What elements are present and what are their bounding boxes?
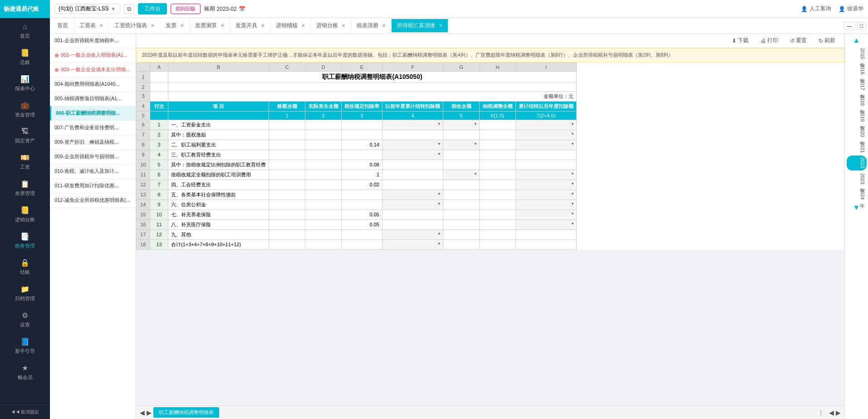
tab-payroll-close[interactable]: ✕ bbox=[99, 23, 103, 28]
c1-11[interactable] bbox=[269, 170, 305, 180]
c2-15[interactable] bbox=[305, 210, 342, 219]
company-selector[interactable]: (勾划) 江西般宝-LSS ▼ bbox=[54, 4, 120, 14]
c5-7[interactable] bbox=[443, 130, 480, 140]
sidebar-item-report[interactable]: 📊 报表中心 bbox=[0, 70, 50, 97]
copy-button[interactable]: ⧉ bbox=[124, 4, 134, 14]
year-2021[interactable]: 2021年 bbox=[847, 140, 867, 155]
c4-11[interactable] bbox=[383, 170, 443, 180]
user-service-btn[interactable]: 👤 人工客询 bbox=[801, 5, 831, 13]
c3-9[interactable] bbox=[342, 150, 383, 160]
c6-9[interactable] bbox=[480, 150, 516, 160]
c5-13[interactable] bbox=[443, 190, 480, 200]
tab-payroll-stat[interactable]: 工资统计报表 ✕ bbox=[109, 19, 160, 32]
c3-17[interactable] bbox=[342, 229, 383, 239]
c4-16[interactable] bbox=[383, 219, 443, 229]
c6-10[interactable] bbox=[480, 160, 516, 170]
tab-income-close[interactable]: ✕ bbox=[439, 23, 442, 28]
year-2023[interactable]: 2023年 bbox=[847, 171, 867, 186]
c6-13[interactable] bbox=[480, 190, 516, 200]
tab-income-tax[interactable]: 所得税汇算清缴 ✕ bbox=[392, 19, 448, 32]
c3-11[interactable]: 1 bbox=[342, 170, 383, 180]
year-up-btn[interactable]: ▲ bbox=[852, 35, 861, 45]
switch-version-button[interactable]: 切到旧版 bbox=[171, 4, 201, 14]
scroll-right-icon[interactable]: ◀ bbox=[829, 409, 834, 416]
sidebar-item-archive[interactable]: 📁 归档管理 bbox=[0, 280, 50, 307]
c1-14[interactable] bbox=[269, 200, 305, 210]
c2-18[interactable] bbox=[305, 239, 342, 249]
c5-15[interactable] bbox=[443, 210, 480, 219]
sheet-tab[interactable]: 职工薪酬纳税调整明细表 bbox=[153, 407, 219, 418]
year-down-btn[interactable]: ▼ bbox=[852, 203, 861, 213]
user-avatar[interactable]: 👤 徐湛华 bbox=[839, 5, 863, 13]
c6-11[interactable] bbox=[480, 170, 516, 180]
sidebar-item-sales[interactable]: 📒 进销台账 bbox=[0, 201, 50, 228]
year-2018[interactable]: 2018年 bbox=[847, 93, 867, 107]
c1-6[interactable] bbox=[269, 120, 305, 130]
sheet-nav-left[interactable]: ◀ bbox=[140, 409, 145, 416]
c1-16[interactable] bbox=[269, 219, 305, 229]
tab-home[interactable]: 首页 bbox=[52, 19, 74, 32]
tab-invoice-calc[interactable]: 发票测算 ✕ bbox=[190, 19, 230, 32]
tab-stat-close[interactable]: ✕ bbox=[151, 23, 154, 28]
c7-18[interactable] bbox=[516, 239, 577, 249]
tab-purchase-check[interactable]: 进销稽核 ✕ bbox=[270, 19, 311, 32]
c1-10[interactable] bbox=[269, 160, 305, 170]
nav-item-009[interactable]: 009-企业所得税补亏损明细... bbox=[50, 150, 136, 164]
tab-payroll[interactable]: 工资表 ✕ bbox=[74, 19, 109, 32]
c3-13[interactable] bbox=[342, 190, 383, 200]
c6-6[interactable] bbox=[480, 120, 516, 130]
c2-14[interactable] bbox=[305, 200, 342, 210]
more-options-btn[interactable]: ⋮ bbox=[818, 409, 824, 416]
sidebar-item-settings[interactable]: ⚙ 设置 bbox=[0, 307, 50, 333]
c4-15[interactable] bbox=[383, 210, 443, 219]
c5-14[interactable] bbox=[443, 200, 480, 210]
tab-maximize-btn[interactable]: □ bbox=[857, 22, 866, 30]
nav-item-010[interactable]: 010-免税、减计收入及加计... bbox=[50, 164, 136, 179]
c4-7[interactable] bbox=[383, 130, 443, 140]
c6-12[interactable] bbox=[480, 180, 516, 190]
tab-minimize-btn[interactable]: — bbox=[843, 22, 855, 30]
c1-13[interactable] bbox=[269, 190, 305, 200]
c6-8[interactable] bbox=[480, 140, 516, 150]
tab-tax-clear[interactable]: 税表清册 ✕ bbox=[351, 19, 392, 32]
c6-7[interactable] bbox=[480, 130, 516, 140]
nav-item-005[interactable]: 005-纳税调整项目明细表(A1... bbox=[50, 92, 136, 106]
c5-18[interactable] bbox=[443, 239, 480, 249]
tab-invoice-close[interactable]: ✕ bbox=[180, 23, 184, 28]
c3-14[interactable] bbox=[342, 200, 383, 210]
workbench-button[interactable]: 工作台 bbox=[138, 3, 167, 15]
nav-item-011[interactable]: 011-研发费用加计扣除优惠... bbox=[50, 179, 136, 193]
c6-18[interactable] bbox=[480, 239, 516, 249]
c5-17[interactable] bbox=[443, 229, 480, 239]
c2-11[interactable] bbox=[305, 170, 342, 180]
year-2015[interactable]: 2015年 bbox=[847, 46, 867, 61]
sidebar-item-member[interactable]: ★ 畅会员 bbox=[0, 359, 50, 385]
c2-12[interactable] bbox=[305, 180, 342, 190]
tab-ledger-close[interactable]: ✕ bbox=[342, 23, 345, 28]
sidebar-item-closing[interactable]: 🔒 结账 bbox=[0, 254, 50, 280]
tab-check-close[interactable]: ✕ bbox=[301, 23, 305, 28]
tab-calc-close[interactable]: ✕ bbox=[221, 23, 224, 28]
download-btn[interactable]: ⬇ 下载 bbox=[728, 35, 752, 46]
c7-17[interactable] bbox=[516, 229, 577, 239]
sidebar-item-home[interactable]: ⌂ 首页 bbox=[0, 18, 50, 44]
year-2022[interactable]: 2022年 bbox=[847, 156, 867, 170]
nav-item-003[interactable]: ⊗ 003-一般企业业成本支出明细... bbox=[50, 63, 136, 77]
c3-8[interactable]: 0.14 bbox=[342, 140, 383, 150]
c1-7[interactable] bbox=[269, 130, 305, 140]
tab-open-close[interactable]: ✕ bbox=[261, 23, 265, 28]
c4-12[interactable] bbox=[383, 180, 443, 190]
c6-15[interactable] bbox=[480, 210, 516, 219]
sidebar-item-guide[interactable]: 📘 新手引导 bbox=[0, 333, 50, 359]
sidebar-item-asset-mgmt[interactable]: 💼 资金管理 bbox=[0, 97, 50, 123]
sidebar-item-payroll[interactable]: 💴 工资 bbox=[0, 149, 50, 175]
nav-item-006[interactable]: 006-职工薪酬纳税调整明细... bbox=[50, 106, 136, 121]
c1-12[interactable] bbox=[269, 180, 305, 190]
spreadsheet-container[interactable]: A B C D E F G H I bbox=[136, 63, 844, 405]
year-2017[interactable]: 2017年 bbox=[847, 78, 867, 92]
c3-15[interactable]: 0.05 bbox=[342, 210, 383, 219]
year-2020[interactable]: 2020年 bbox=[847, 124, 867, 139]
nav-item-008[interactable]: 008-资产折旧、摊销及纳税... bbox=[50, 135, 136, 150]
sidebar-item-tax[interactable]: 📑 税务管理 bbox=[0, 228, 50, 254]
scroll-far-right-icon[interactable]: ▶ bbox=[836, 409, 841, 416]
